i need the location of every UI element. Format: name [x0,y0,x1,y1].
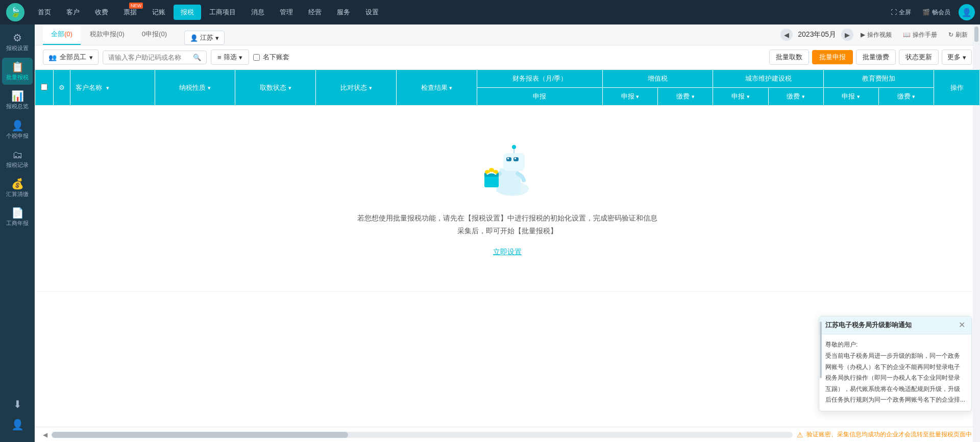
sidebar-item-tax-settings[interactable]: ⚙ 报税设置 [2,29,33,56]
filter-icon[interactable]: ▾ [208,85,211,91]
compare-status-header: 比对状态 ▾ [316,70,397,106]
nav-customer[interactable]: 客户 [59,5,87,20]
filter-icon[interactable]: ▾ [912,93,915,100]
svg-point-7 [512,145,516,149]
status-update-button[interactable]: 状态更新 [899,50,939,65]
city-maintenance-header: 城市维护建设税 [713,70,823,88]
table-row: 若您想使用批量报税功能，请先在【报税设置】中进行报税的初始化设置，完成密码验证和… [35,106,980,292]
filter-icon[interactable]: ▾ [747,93,750,100]
sidebar-item-bulk-tax[interactable]: 📋 批量报税 [2,58,33,85]
nav-invoice[interactable]: 票据 NEW [116,5,144,20]
vat-pay-subheader: 缴费 ▾ [658,88,713,106]
more-button[interactable]: 更多 ▾ [942,50,972,65]
nav-message[interactable]: 消息 [244,5,272,20]
svg-rect-1 [503,153,525,171]
user-avatar[interactable]: 👤 [959,4,975,20]
nav-tax[interactable]: 报税 [174,5,201,20]
sidebar-bottom: ⬇ 👤 [2,395,33,438]
filter-icon[interactable]: ▾ [369,85,372,91]
chevron-down-icon: ▾ [239,54,242,61]
new-badge: NEW [129,3,143,9]
vat-header: 增值税 [602,70,713,88]
robot-illustration [472,140,543,202]
fullscreen-button[interactable]: ⛶ 全屏 [888,6,914,19]
membership-button[interactable]: 🎬 畅会员 [919,6,953,19]
search-box[interactable]: 🔍 [103,51,207,64]
sidebar-item-download[interactable]: ⬇ [2,395,33,413]
nav-home[interactable]: 首页 [31,5,58,20]
nav-operation[interactable]: 经营 [301,5,329,20]
warning-icon: ⚠ [797,431,803,439]
operations-header: 操作 [934,70,980,106]
employee-select[interactable]: 👥 全部员工 ▾ [43,50,99,65]
notification-header: 江苏电子税务局升级影响通知 ✕ [819,316,971,334]
filter-icon[interactable]: ▾ [802,93,805,100]
notification-close-button[interactable]: ✕ [959,321,965,329]
vat-declare-subheader: 申报 ▾ [602,88,657,106]
bulk-fetch-button[interactable]: 批量取数 [769,50,809,65]
notification-title: 江苏电子税务局升级影响通知 [825,321,912,330]
sidebar-item-user[interactable]: 👤 [2,415,33,434]
tabs-region: 全部(0) 税款申报(0) 0申报(0) 👤 江苏 ▾ ◀ 2023 [35,24,980,45]
date-navigator: ◀ 2023年05月 ▶ [780,29,853,41]
bulk-declare-button[interactable]: 批量申报 [812,50,853,64]
svg-rect-3 [513,157,519,161]
personal-tax-icon: 👤 [11,120,24,131]
sidebar-item-settlement[interactable]: 💰 汇算清缴 [2,175,33,202]
sidebar-item-personal-tax[interactable]: 👤 个税申报 [2,116,33,143]
bulk-tax-icon: 📋 [11,62,24,72]
tab-tax-declare[interactable]: 税款申报(0) [82,24,133,45]
accounts-checkbox[interactable] [253,54,260,61]
filter-button[interactable]: ≡ 筛选 ▾ [211,50,249,65]
location-icon: 👤 [190,34,198,42]
refresh-button[interactable]: ↻ 刷新 [944,29,972,41]
search-input[interactable] [108,54,190,61]
tax-settings-icon: ⚙ [13,33,22,43]
filter-icon[interactable]: ▾ [857,93,860,100]
select-all-checkbox[interactable] [41,84,47,90]
tabs-list: 全部(0) 税款申报(0) 0申报(0) 👤 江苏 ▾ [43,24,225,45]
nav-settings[interactable]: 设置 [358,5,386,20]
operation-manual-button[interactable]: 📖 操作手册 [899,29,941,41]
accounts-checkbox-label[interactable]: 名下账套 [253,53,289,62]
svg-rect-5 [514,158,516,159]
filter-icon[interactable]: ▾ [106,85,109,91]
filter-icon[interactable]: ▾ [288,85,291,91]
play-icon: ▶ [861,31,865,38]
scroll-left-arrow[interactable]: ◀ [43,431,47,438]
nav-billing[interactable]: 收费 [88,5,115,20]
app-logo[interactable]: 🍃 [5,2,26,22]
setup-link[interactable]: 立即设置 [493,248,522,257]
scroll-thumb [52,432,348,438]
bulk-pay-button[interactable]: 批量缴费 [856,50,896,65]
prev-month-button[interactable]: ◀ [780,29,793,41]
operation-video-button[interactable]: ▶ 操作视频 [856,29,896,41]
next-month-button[interactable]: ▶ [841,29,853,41]
empty-state: 若您想使用批量报税功能，请先在【报税设置】中进行报税的初始化设置，完成密码验证和… [40,110,975,287]
annual-report-icon: 📄 [11,208,24,218]
notification-body: 尊敬的用户: 受当前电子税务局进一步升级的影响，同一个政务网账号（办税人）名下的… [819,334,971,411]
sidebar-item-tax-record[interactable]: 🗂 报税记录 [2,145,33,173]
check-result-header: 检查结果 ▾ [397,70,477,106]
sidebar-item-annual-report[interactable]: 📄 工商年报 [2,204,33,231]
edu-pay-subheader: 缴费 ▾ [878,88,934,106]
tab-zero-declare[interactable]: 0申报(0) [134,24,175,45]
nav-accounting[interactable]: 记账 [145,5,173,20]
nav-business[interactable]: 工商项目 [202,5,243,20]
customer-name-header: 客户名称 ▾ [70,70,155,106]
province-selector[interactable]: 👤 江苏 ▾ [184,31,225,45]
nav-service[interactable]: 服务 [330,5,357,20]
horizontal-scrollbar[interactable] [52,432,793,438]
left-sidebar: ⚙ 报税设置 📋 批量报税 📊 报税总览 👤 个税申报 🗂 报税记录 💰 汇算清… [0,24,35,442]
tab-all[interactable]: 全部(0) [43,24,81,45]
filter-icon[interactable]: ▾ [636,93,639,100]
toolbar-left: 👥 全部员工 ▾ 🔍 ≡ 筛选 ▾ 名下账套 [43,50,765,65]
nav-manage[interactable]: 管理 [273,5,300,20]
filter-icon[interactable]: ▾ [692,93,695,100]
sidebar-item-tax-overview[interactable]: 📊 报税总览 [2,87,33,114]
bottom-bar: ◀ ⚠ 验证账密、采集信息均成功的企业才会流转至批量报税页面中 [35,427,980,442]
svg-rect-8 [484,175,499,187]
notification-scrollbar[interactable] [820,322,822,378]
search-icon[interactable]: 🔍 [193,54,201,61]
filter-icon[interactable]: ▾ [449,85,452,91]
